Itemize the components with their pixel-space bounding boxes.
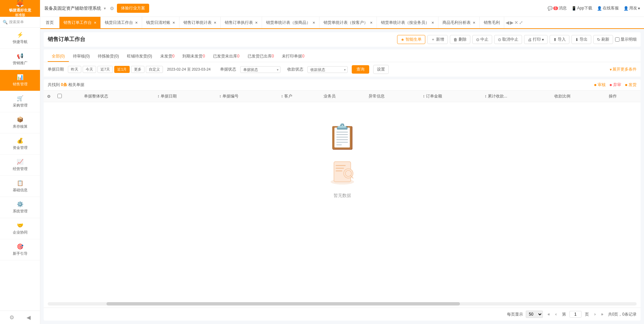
print-button[interactable]: 🖨 打印 ▾ xyxy=(524,35,548,44)
sub-tab-pending-inspect[interactable]: 待拣验货(0) xyxy=(94,51,123,62)
add-button[interactable]: ＋ 新增 xyxy=(427,35,448,44)
scrollbar-thumb[interactable] xyxy=(106,302,460,306)
query-button[interactable]: 查询 xyxy=(352,65,369,74)
tab-close-icon[interactable]: ✕ xyxy=(135,21,138,25)
col-abnormal[interactable]: 异常信息 xyxy=(365,91,420,102)
date-btn-today[interactable]: 今天 xyxy=(83,66,96,73)
sidebar-item-basic-info[interactable]: 📋 基础信息 xyxy=(0,176,40,197)
sidebar-item-system[interactable]: ⚙️ 系统管理 xyxy=(0,197,40,218)
settings-icon[interactable]: ⚙ xyxy=(9,314,14,321)
sidebar-item-quick-nav[interactable]: ⚡ 快捷导航 xyxy=(0,28,40,49)
sidebar-item-enterprise[interactable]: 🤝 企业协同 xyxy=(0,218,40,239)
tab-cash-daily-work[interactable]: 钱货日清工作台 ✕ xyxy=(101,17,142,29)
collapse-icon[interactable]: ◀ xyxy=(27,314,31,321)
tab-close-icon[interactable]: ✕ xyxy=(312,21,315,25)
sidebar-item-sales[interactable]: 📊 销售管理 xyxy=(0,70,40,91)
sidebar-item-marketing[interactable]: 📢 营销推广 xyxy=(0,49,40,70)
payment-select[interactable]: 收款状态 xyxy=(307,66,348,73)
date-btn-more[interactable]: 更多 xyxy=(131,66,144,73)
tab-product-margin[interactable]: 商品毛利分析表 ✕ xyxy=(438,17,480,29)
horizontal-scrollbar[interactable] xyxy=(48,302,637,306)
sidebar-item-guide[interactable]: 🎯 新手引导 xyxy=(0,239,40,260)
tab-close-icon[interactable]: ✕ xyxy=(214,21,216,25)
status-filter-label: 单据状态 xyxy=(220,67,236,72)
app-download-action[interactable]: 📱 App下载 xyxy=(571,5,592,11)
smart-create-button[interactable]: ★ 智能生单 xyxy=(397,35,425,44)
message-action[interactable]: 💬 6 消息 xyxy=(548,5,567,11)
table-scroll[interactable]: ⚙ 单据整体状态 ↕ 单据日期 ↕ 单据编号 xyxy=(44,91,641,300)
tab-sales-stats-by-staff[interactable]: 销货单统计表（按业务员） ✕ xyxy=(377,17,438,29)
tab-sales-stats-by-product[interactable]: 销货单统计表（按商品） ✕ xyxy=(262,17,319,29)
show-detail-input[interactable] xyxy=(615,37,619,42)
col-amount[interactable]: ↕ 订单金额 xyxy=(420,91,481,102)
sidebar-search[interactable]: 🔍 搜索菜单 xyxy=(0,17,40,28)
tab-sales-stats-by-customer[interactable]: 销货单统计表（按客户） ✕ xyxy=(319,17,377,29)
next-page-btn[interactable]: › xyxy=(592,311,598,317)
sub-tab-not-printed[interactable]: 未打印单据0 xyxy=(278,51,308,62)
sub-tab-shipped-not-out[interactable]: 已发货未出库0 xyxy=(209,51,244,62)
col-date[interactable]: ↕ 单据日期 xyxy=(154,91,216,102)
settings-gear-icon[interactable]: ⚙ xyxy=(110,6,114,11)
sub-tab-wangpu-pending-ship[interactable]: 旺铺待发货(0) xyxy=(123,51,156,62)
tab-close-icon[interactable]: ✕ xyxy=(172,21,175,25)
tab-sales-order-stats[interactable]: 销售订单统计表 ✕ xyxy=(179,17,221,29)
tabs-next-icon[interactable]: ▶ xyxy=(510,20,514,25)
cancel-review-action[interactable]: 弃审 xyxy=(610,82,621,88)
status-select[interactable]: 单据状态 xyxy=(240,66,281,73)
tab-close-icon[interactable]: ✕ xyxy=(370,21,373,25)
system-dropdown-icon[interactable]: ▾ xyxy=(104,6,106,11)
sidebar-item-finance[interactable]: 💰 资金管理 xyxy=(0,133,40,155)
tabs-prev-icon[interactable]: ◀ xyxy=(506,20,509,25)
sub-tab-shipped-out[interactable]: 已发货已出库0 xyxy=(244,51,278,62)
tabs-maximize-icon[interactable]: ⤢ xyxy=(519,20,523,25)
sidebar-item-purchase[interactable]: 🛒 采购管理 xyxy=(0,91,40,112)
review-action[interactable]: 审核 xyxy=(594,82,606,88)
sidebar-item-inventory[interactable]: 📦 库存核算 xyxy=(0,112,40,133)
tab-close-icon[interactable]: ✕ xyxy=(255,21,258,25)
col-number[interactable]: ↕ 单据编号 xyxy=(216,91,277,102)
last-page-btn[interactable]: » xyxy=(599,311,605,317)
date-btn-yesterday[interactable]: 昨天 xyxy=(68,66,81,73)
tab-close-icon[interactable]: ✕ xyxy=(473,21,475,25)
ship-action[interactable]: 发货 xyxy=(625,82,637,88)
refresh-button[interactable]: ↻ 刷新 xyxy=(593,35,613,44)
tab-sales-gross[interactable]: 销售毛利 xyxy=(480,17,504,29)
tab-close-icon[interactable]: ✕ xyxy=(94,21,96,25)
date-btn-custom[interactable]: 自定义 xyxy=(146,66,163,73)
date-btn-7days[interactable]: 近7天 xyxy=(97,66,113,73)
tabs-close-all-icon[interactable]: ✕ xyxy=(514,20,518,25)
sidebar-item-label: 营销推广 xyxy=(13,60,28,66)
export-button[interactable]: ⬇ 导出 xyxy=(571,35,591,44)
date-btn-1month[interactable]: 近1月 xyxy=(114,66,130,73)
expand-more-button[interactable]: ▾ 展开更多条件 xyxy=(610,67,637,72)
industry-solution-button[interactable]: 体验行业方案 xyxy=(117,4,149,13)
first-page-btn[interactable]: « xyxy=(546,311,552,317)
page-number-input[interactable] xyxy=(569,311,582,318)
tab-sales-order-workbench[interactable]: 销售订单工作台 ✕ xyxy=(59,17,101,29)
sidebar-item-operations[interactable]: 📈 经营管理 xyxy=(0,155,40,176)
tab-home[interactable]: 首页 xyxy=(40,17,59,29)
user-action[interactable]: 👤 用友 ▾ xyxy=(624,5,640,11)
page-size-select[interactable]: 20 50 100 xyxy=(526,311,543,318)
import-button[interactable]: ⬆ 导入 xyxy=(550,35,569,44)
show-detail-checkbox[interactable]: 显示明细 xyxy=(615,37,637,42)
col-collected[interactable]: ↕ 累计收款... xyxy=(481,91,551,102)
col-staff[interactable]: 业务员 xyxy=(320,91,365,102)
select-all-checkbox[interactable] xyxy=(57,94,62,98)
stop-button[interactable]: ⊙ 中止 xyxy=(472,35,492,44)
prev-page-btn[interactable]: ‹ xyxy=(553,311,559,317)
settings-button[interactable]: 设置 xyxy=(373,65,389,74)
delete-button[interactable]: 🗑 删除 xyxy=(450,35,470,44)
sub-tab-all[interactable]: 全部(0) xyxy=(48,51,69,62)
cancel-stop-button[interactable]: ⊙ 取消中止 xyxy=(494,35,522,44)
sub-tab-pending-review[interactable]: 待审核(0) xyxy=(69,51,94,62)
col-customer[interactable]: ↕ 客户 xyxy=(278,91,320,102)
settings-col-icon[interactable]: ⚙ xyxy=(47,94,51,99)
col-overall-status[interactable]: 单据整体状态 xyxy=(81,91,154,102)
tab-close-icon[interactable]: ✕ xyxy=(431,21,434,25)
tab-sales-order-execute[interactable]: 销售订单执行表 ✕ xyxy=(221,17,262,29)
sub-tab-overdue-not-shipped[interactable]: 到期未发货0 xyxy=(178,51,209,62)
online-service-action[interactable]: 👤 在线客服 xyxy=(597,5,619,11)
sub-tab-not-shipped[interactable]: 未发货0 xyxy=(156,51,179,62)
tab-cash-goods-reconcile[interactable]: 钱货日清对账 ✕ xyxy=(142,17,179,29)
